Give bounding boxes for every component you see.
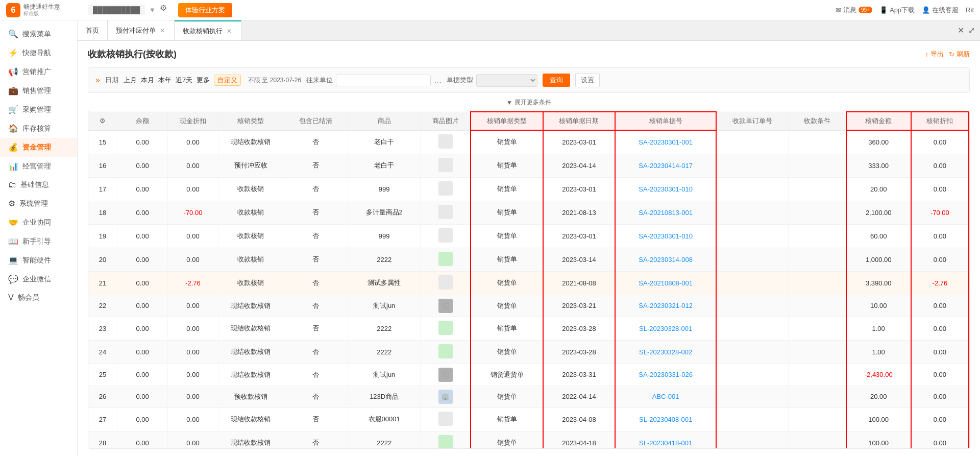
tab-预付冲应付单[interactable]: 预付冲应付单✕	[108, 20, 175, 40]
date-link-prev-month[interactable]: 上月	[124, 76, 137, 85]
date-link-this-month[interactable]: 本月	[141, 76, 154, 85]
table-row: 260.000.00预收款核销否123D商品🏢销货单2022-04-14ABC-…	[88, 386, 969, 407]
cell-no: 28	[88, 431, 117, 449]
sidebar-item-采购管理[interactable]: 🛒采购管理	[0, 100, 77, 119]
cell-receiptCondition	[788, 295, 846, 317]
cell-xhNum[interactable]: SA-20230301-010	[615, 177, 716, 201]
sidebar-item-label: 快捷导航	[22, 49, 51, 58]
cell-xhDiscount: 0.00	[911, 154, 969, 177]
table-row: 240.000.00现结收款核销否2222销货单2023-03-28SL-202…	[88, 340, 969, 364]
refresh-button[interactable]: ↻ 刷新	[949, 50, 970, 59]
online-service-btn[interactable]: 👤 在线客服	[922, 6, 959, 15]
cell-xhNum[interactable]: SA-20230321-012	[615, 295, 716, 317]
cell-includeSettled: 否	[283, 154, 348, 177]
cell-receiptCondition	[788, 271, 846, 295]
tab-首页[interactable]: 首页	[78, 20, 108, 40]
sidebar-item-资金管理[interactable]: 💰资金管理	[0, 138, 77, 157]
counterparty-dots[interactable]: ...	[434, 75, 442, 86]
cell-xhDiscount: -70.00	[911, 201, 969, 224]
settings-icon[interactable]: ⚙	[160, 3, 174, 17]
cell-xhNum[interactable]: SA-20230314-008	[615, 248, 716, 271]
sidebar-item-库存核算[interactable]: 🏠库存核算	[0, 119, 77, 138]
search-button[interactable]: 查询	[543, 74, 570, 87]
main-table: ⚙余额现金折扣核销类型包含已结清商品商品图片核销单据类型核销单据日期核销单据号收…	[88, 111, 969, 449]
sidebar-icon: 📖	[8, 236, 18, 246]
filter-bar: » 日期 上月 本月 本年 近7天 更多 自定义 不限 至 2023-07-26…	[88, 67, 970, 93]
tab-close-icon[interactable]: ✕	[159, 26, 166, 35]
table-row: 190.000.00收款核销否999销货单2023-03-01SA-202303…	[88, 224, 969, 248]
cell-goods: 多计量商品2	[348, 201, 420, 224]
cell-balance: 0.00	[117, 130, 168, 154]
app-download-btn[interactable]: 📱 App下载	[879, 6, 915, 15]
column-settings-button[interactable]: 设置	[575, 73, 600, 87]
cell-xhType: 销货单	[471, 340, 543, 364]
logo-area: 6 畅捷通好生意 标准版	[6, 3, 83, 17]
sidebar-item-label: 智能硬件	[22, 256, 51, 265]
sidebar-item-经营管理[interactable]: 📊经营管理	[0, 157, 77, 176]
filter-expand-icon[interactable]: »	[95, 76, 100, 85]
tab-close-icon[interactable]: ✕	[226, 27, 233, 36]
sidebar-item-搜索菜单[interactable]: 🔍搜索菜单	[0, 25, 77, 43]
sidebar-item-基础信息[interactable]: 🗂基础信息	[0, 176, 77, 194]
cell-xhNum[interactable]: SA-20210813-001	[615, 201, 716, 224]
company-name[interactable]: ██████████	[88, 5, 145, 15]
cell-xhNum[interactable]: SL-20230328-002	[615, 340, 716, 364]
bill-type-field: 单据类型	[447, 74, 537, 87]
cell-xhNum[interactable]: SA-20230331-026	[615, 364, 716, 386]
sidebar-item-label: 经营管理	[22, 162, 51, 171]
cell-xhNum[interactable]: SL-20230418-001	[615, 431, 716, 449]
chevron-down-icon: ▼	[149, 6, 156, 14]
cell-goods: 测试jun	[348, 295, 420, 317]
date-link-custom[interactable]: 自定义	[214, 75, 241, 86]
cell-cashDiscount: 0.00	[168, 177, 218, 201]
expand-conditions-button[interactable]: ▼ 展开更多条件	[506, 98, 551, 107]
sidebar-item-销售管理[interactable]: 💼销售管理	[0, 81, 77, 100]
date-link-this-year[interactable]: 本年	[158, 76, 172, 85]
cell-xhType: 销货单	[471, 130, 543, 154]
trial-button[interactable]: 体验行业方案	[178, 3, 232, 17]
user-area[interactable]: Rit	[966, 6, 974, 14]
sidebar-item-新手引导[interactable]: 📖新手引导	[0, 232, 77, 251]
sidebar-item-企业协同[interactable]: 🤝企业协同	[0, 213, 77, 232]
sidebar-item-畅会员[interactable]: V畅会员	[0, 289, 77, 307]
cell-cashDiscount: 0.00	[168, 130, 218, 154]
cell-xhNum[interactable]: SA-20230301-001	[615, 130, 716, 154]
cell-verifyType: 收款核销	[218, 271, 283, 295]
date-links: 上月 本月 本年 近7天 更多 自定义	[124, 75, 241, 86]
cell-xhNum[interactable]: SA-20230301-010	[615, 224, 716, 248]
date-link-more[interactable]: 更多	[197, 76, 210, 85]
cell-xhDiscount: 0.00	[911, 431, 969, 449]
message-btn[interactable]: ✉ 消息 99+	[836, 6, 872, 15]
export-button[interactable]: ↑ 导出	[925, 50, 944, 59]
sidebar-item-智能硬件[interactable]: 💻智能硬件	[0, 251, 77, 270]
bill-type-select[interactable]	[476, 74, 537, 87]
cell-includeSettled: 否	[283, 177, 348, 201]
col-header-xhDiscount: 核销折扣	[911, 112, 969, 130]
page-title: 收款核销执行(按收款)	[88, 48, 177, 60]
sidebar-item-企业微信[interactable]: 💬企业微信	[0, 270, 77, 289]
cell-xhDate: 2023-03-01	[543, 130, 615, 154]
maximize-icon[interactable]: ⤢	[968, 26, 975, 35]
sidebar-icon: 📢	[8, 67, 18, 77]
sidebar-item-营销推广[interactable]: 📢营销推广	[0, 62, 77, 81]
counterparty-input[interactable]	[336, 75, 431, 86]
cell-receiptCondition	[788, 364, 846, 386]
sidebar-item-系统管理[interactable]: ⚙系统管理	[0, 194, 77, 213]
col-header-goodsImage: 商品图片	[420, 112, 471, 130]
cell-goodsImage	[420, 340, 471, 364]
cell-goodsImage: 🖼	[420, 295, 471, 317]
sidebar-icon: ⚙	[8, 199, 15, 208]
sidebar-item-label: 搜索菜单	[22, 30, 51, 39]
cell-receiptCondition	[788, 248, 846, 271]
cell-xhDate: 2023-04-14	[543, 154, 615, 177]
close-window-icon[interactable]: ✕	[958, 26, 964, 35]
sidebar-item-快捷导航[interactable]: ⚡快捷导航	[0, 43, 77, 62]
cell-xhNum[interactable]: ABC-001	[615, 386, 716, 407]
cell-xhNum[interactable]: SA-20230414-017	[615, 154, 716, 177]
tab-收款核销执行[interactable]: 收款核销执行✕	[175, 20, 241, 40]
date-link-7days[interactable]: 近7天	[176, 76, 192, 85]
cell-cashDiscount: -70.00	[168, 201, 218, 224]
cell-xhNum[interactable]: SL-20230408-001	[615, 407, 716, 431]
cell-xhNum[interactable]: SL-20230328-001	[615, 317, 716, 340]
cell-xhNum[interactable]: SA-20210808-001	[615, 271, 716, 295]
